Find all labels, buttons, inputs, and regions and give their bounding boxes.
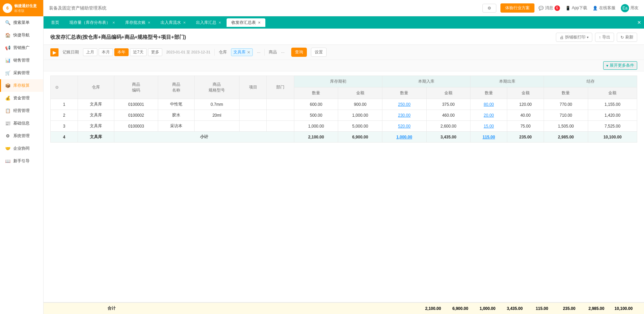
sidebar-item-finance[interactable]: 💰 资金管理 bbox=[0, 92, 43, 104]
sidebar-item-enterprise[interactable]: 🤝 企业协同 bbox=[0, 142, 43, 155]
tab-close-inventory-dist[interactable]: ✕ bbox=[112, 21, 115, 24]
settings-btn[interactable]: 设置 bbox=[311, 48, 327, 57]
sidebar: 6 畅捷通好生意 标准版 🔍 搜索菜单 🏠 快捷导航 📢 营销推广 📊 销售管理… bbox=[0, 0, 44, 314]
page-actions: 🖨 拆铺板打印 ▾ ↑ 导出 ↻ 刷新 bbox=[556, 33, 637, 42]
footer-out-amt: 235.00 bbox=[556, 306, 583, 311]
export-button[interactable]: ↑ 导出 bbox=[595, 33, 614, 42]
expand-bar: ▾ 展开更多条件 bbox=[44, 60, 644, 71]
col-closing-header: 结存 bbox=[544, 76, 637, 87]
expand-conditions-button[interactable]: ▾ 展开更多条件 bbox=[603, 61, 637, 70]
message-item[interactable]: 💬 消息 6 bbox=[539, 5, 560, 11]
sidebar-item-basic-info[interactable]: 📰 基础信息 bbox=[0, 117, 43, 130]
sidebar-item-inventory[interactable]: 📦 库存核算 bbox=[0, 79, 43, 92]
date-btn-上月[interactable]: 上月 bbox=[83, 48, 97, 56]
close-all-tabs[interactable]: ✕ bbox=[637, 20, 641, 25]
cell-out-qty[interactable]: 80.00 bbox=[470, 99, 507, 110]
cell-open-qty: 600.00 bbox=[294, 99, 338, 110]
cell-close-qty: 710.00 bbox=[544, 110, 588, 121]
cell-out-qty[interactable]: 20.00 bbox=[470, 110, 507, 121]
date-btn-近7天[interactable]: 近7天 bbox=[130, 48, 147, 56]
filter-toggle-button[interactable]: ▶ bbox=[50, 48, 59, 56]
sidebar-label-finance: 资金管理 bbox=[13, 95, 30, 101]
cell-no: 1 bbox=[51, 99, 78, 110]
sidebar-item-operations[interactable]: 📋 经营管理 bbox=[0, 104, 43, 117]
tab-home[interactable]: 首页 bbox=[46, 18, 64, 27]
cell-in-amt: 375.00 bbox=[426, 99, 470, 110]
app-download-item[interactable]: 📱 App下载 bbox=[565, 5, 587, 11]
sidebar-icon-purchase: 🛒 bbox=[5, 70, 11, 76]
tab-label-inout-flow: 出入库流水 bbox=[161, 20, 181, 26]
goods-ellipsis[interactable]: ··· bbox=[281, 50, 284, 55]
tab-inout-flow[interactable]: 出入库流水✕ bbox=[156, 18, 191, 27]
cell-in-qty[interactable]: 250.00 bbox=[382, 99, 427, 110]
subtotal-open-qty: 2,100.00 bbox=[294, 132, 338, 143]
cell-goods-spec: 0.7mm bbox=[194, 99, 239, 110]
col-goods-name-header: 商品名称 bbox=[158, 76, 194, 99]
tab-inventory-dist[interactable]: 现存量（库存分布表）✕ bbox=[65, 18, 120, 27]
warehouse-ellipsis[interactable]: ··· bbox=[257, 50, 260, 55]
tab-inout-summary[interactable]: 出入库汇总✕ bbox=[191, 18, 226, 27]
tab-label-receive-summary: 收发存汇总表 bbox=[231, 20, 256, 26]
date-btn-更多[interactable]: 更多 bbox=[148, 48, 162, 56]
cell-goods-spec bbox=[194, 121, 239, 132]
cell-dept bbox=[267, 110, 294, 121]
tab-label-inout-summary: 出入库汇总 bbox=[196, 20, 216, 26]
top-header: 装备及固定资产辅助管理系统 ⚙ 体验行业方案 💬 消息 6 📱 App下载 👤 … bbox=[44, 0, 644, 16]
tab-receive-summary[interactable]: 收发存汇总表✕ bbox=[227, 18, 265, 27]
cell-out-amt: 120.00 bbox=[507, 99, 544, 110]
date-quick-btns: 上月本月本年近7天更多 bbox=[83, 48, 162, 56]
sidebar-item-system[interactable]: ⚙ 系统管理 bbox=[0, 130, 43, 142]
cell-out-qty[interactable]: 15.00 bbox=[470, 121, 507, 132]
subtotal-in-amt: 3,435.00 bbox=[426, 132, 470, 143]
print-button[interactable]: 🖨 拆铺板打印 ▾ bbox=[556, 33, 592, 42]
tab-close-inout-summary[interactable]: ✕ bbox=[218, 21, 221, 24]
refresh-button[interactable]: ↻ 刷新 bbox=[617, 33, 637, 42]
query-button[interactable]: 查询 bbox=[291, 48, 307, 57]
cell-out-amt: 75.00 bbox=[507, 121, 544, 132]
cell-in-qty[interactable]: 520.00 bbox=[382, 121, 427, 132]
user-item[interactable]: Ea 用友 bbox=[621, 4, 639, 12]
cell-in-qty[interactable]: 230.00 bbox=[382, 110, 427, 121]
service-icon: 👤 bbox=[593, 6, 598, 11]
tab-batch[interactable]: 库存批次账✕ bbox=[120, 18, 155, 27]
online-service-item[interactable]: 👤 在线客服 bbox=[593, 5, 615, 11]
col-dept-header: 部门 bbox=[267, 76, 294, 99]
tab-label-inventory-dist: 现存量（库存分布表） bbox=[69, 20, 110, 26]
sidebar-item-purchase[interactable]: 🛒 采购管理 bbox=[0, 67, 43, 79]
divider1 bbox=[214, 49, 215, 56]
date-range: 2023-01-01 至 2023-12-31 bbox=[166, 50, 211, 55]
date-btn-本月[interactable]: 本月 bbox=[99, 48, 113, 56]
subtotal-out-amt: 235.00 bbox=[507, 132, 544, 143]
sidebar-item-guide[interactable]: 📖 新手引导 bbox=[0, 155, 43, 167]
date-btn-本年[interactable]: 本年 bbox=[114, 48, 129, 56]
avatar: Ea bbox=[621, 4, 629, 12]
cell-close-qty: 1,505.00 bbox=[544, 121, 588, 132]
trial-button[interactable]: 体验行业方案 bbox=[500, 3, 534, 13]
header-right: 💬 消息 6 📱 App下载 👤 在线客服 Ea 用友 bbox=[539, 4, 639, 12]
sidebar-item-quick-nav[interactable]: 🏠 快捷导航 bbox=[0, 29, 43, 42]
tab-close-receive-summary[interactable]: ✕ bbox=[258, 21, 261, 24]
cell-dept bbox=[267, 99, 294, 110]
sidebar-item-marketing[interactable]: 📢 营销推广 bbox=[0, 42, 43, 54]
sidebar-item-search[interactable]: 🔍 搜索菜单 bbox=[0, 16, 43, 29]
cell-in-amt: 460.00 bbox=[426, 110, 470, 121]
footer-in-amt: 3,435.00 bbox=[501, 306, 528, 311]
subtotal-warehouse: 文具库 bbox=[78, 132, 114, 143]
table-container: ⚙ 仓库 商品编码 商品名称 商品规格型号 项目 部门 库存期初 本期入库 本期… bbox=[44, 71, 644, 147]
message-icon: 💬 bbox=[539, 6, 544, 11]
cell-project bbox=[240, 99, 267, 110]
sidebar-icon-marketing: 📢 bbox=[5, 45, 11, 51]
tab-close-batch[interactable]: ✕ bbox=[148, 21, 150, 24]
settings-button[interactable]: ⚙ bbox=[482, 4, 496, 13]
cell-out-amt: 40.00 bbox=[507, 110, 544, 121]
main-content: 装备及固定资产辅助管理系统 ⚙ 体验行业方案 💬 消息 6 📱 App下载 👤 … bbox=[44, 0, 644, 314]
sidebar-item-sales[interactable]: 📊 销售管理 bbox=[0, 54, 43, 67]
phone-icon: 📱 bbox=[565, 6, 571, 11]
sidebar-label-search: 搜索菜单 bbox=[13, 20, 30, 26]
col-project-header: 项目 bbox=[240, 76, 267, 99]
column-settings-icon[interactable]: ⚙ bbox=[53, 83, 61, 92]
warehouse-filter-tag[interactable]: 文具库 ✕ bbox=[231, 48, 253, 56]
tab-close-inout-flow[interactable]: ✕ bbox=[183, 21, 186, 24]
cell-project bbox=[240, 121, 267, 132]
warehouse-tag-close[interactable]: ✕ bbox=[247, 50, 250, 55]
